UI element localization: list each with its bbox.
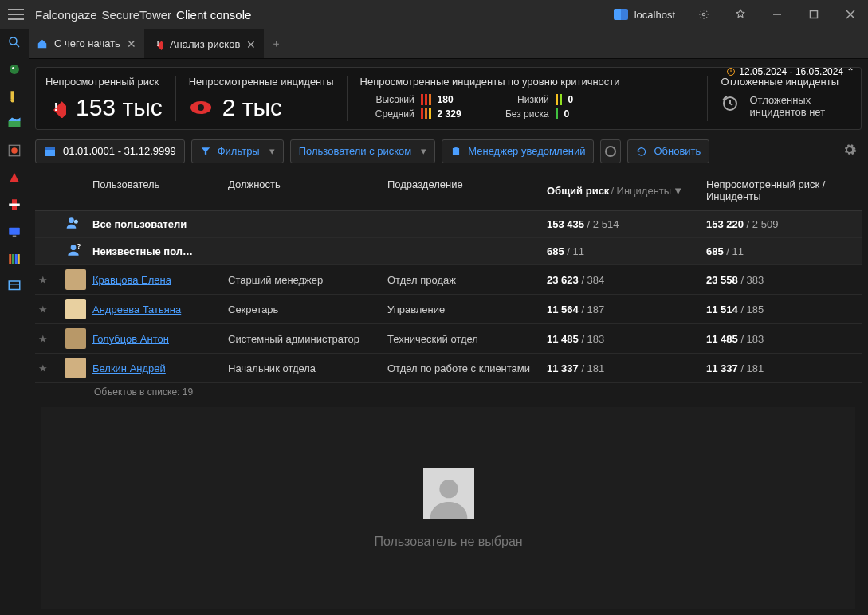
svg-rect-2 (811, 11, 818, 18)
star-icon[interactable]: ★ (38, 362, 65, 374)
settings-icon[interactable] (686, 0, 721, 29)
r2-urisk: 11 485 (706, 333, 738, 345)
detail-panel: Пользователь не выбран (41, 407, 855, 609)
svg-point-8 (12, 67, 14, 69)
svg-point-35 (69, 217, 74, 223)
alert-icon: ! (152, 39, 163, 50)
svg-point-39 (439, 480, 458, 498)
all-risk: 153 435 (547, 218, 584, 230)
tab-risk-analysis[interactable]: ! Анализ рисков ✕ (144, 29, 264, 58)
user-table: Пользователь Должность Подразделение Общ… (35, 174, 862, 615)
svg-point-30 (198, 104, 204, 111)
summary-date-range[interactable]: 12.05.2024 - 16.05.2024 ⌃ (726, 66, 854, 77)
filters-button[interactable]: Фильтры ▾ (191, 139, 284, 163)
maximize-button[interactable] (796, 0, 831, 29)
user-dept: Управление (387, 304, 547, 315)
user-link[interactable]: Белкин Андрей (92, 362, 166, 374)
server-name: localhost (634, 9, 675, 21)
svg-rect-9 (11, 91, 15, 100)
sidebar-item-9[interactable] (0, 249, 29, 269)
sidebar-item-7[interactable] (0, 194, 29, 215)
unviewed-risk-label: Непросмотренный риск (45, 76, 163, 88)
sidebar-item-3[interactable] (0, 86, 29, 107)
sidebar-item-10[interactable] (0, 276, 29, 296)
sidebar-item-5[interactable] (0, 140, 29, 161)
sev-high-label: Высокий (360, 94, 414, 105)
refresh-button[interactable]: Обновить (627, 139, 709, 163)
radio-icon (605, 146, 616, 157)
user-filter-label: Пользователи с риском (299, 145, 412, 157)
user-link[interactable]: Андреева Татьяна (92, 304, 181, 315)
date-range-text: 01.01.0001 - 31.12.9999 (63, 145, 176, 157)
home-icon (37, 38, 48, 49)
star-icon[interactable]: ★ (38, 333, 65, 345)
row-unknown-users[interactable]: ? Неизвестные пол… 685 / 11 685 / 11 (35, 238, 862, 265)
table-row[interactable]: ★ Голубцов Антон Системный администратор… (35, 324, 862, 354)
table-header: Пользователь Должность Подразделение Общ… (35, 174, 862, 211)
table-row[interactable]: ★ Андреева Татьяна Секретарь Управление … (35, 295, 862, 324)
svg-rect-33 (45, 147, 55, 150)
sidebar-item-4[interactable] (0, 113, 29, 134)
col-risk[interactable]: Общий риск / Инциденты ▼ (547, 178, 706, 202)
user-link[interactable]: Голубцов Антон (92, 333, 169, 345)
new-tab-button[interactable]: ＋ (264, 29, 288, 58)
table-row[interactable]: ★ Белкин Андрей Начальник отдела Отдел п… (35, 354, 862, 383)
svg-rect-11 (9, 121, 21, 127)
server-indicator[interactable]: localhost (604, 9, 685, 21)
pin-icon[interactable] (723, 0, 758, 29)
refresh-icon (636, 146, 647, 157)
star-icon[interactable]: ★ (38, 304, 65, 315)
sev-high-bars (421, 94, 431, 105)
r0-inc: / 384 (579, 274, 605, 286)
user-position: Старший менеджер (228, 274, 387, 286)
row-all-users[interactable]: Все пользователи 153 435 / 2 514 153 220… (35, 211, 862, 238)
radio-toggle[interactable] (600, 139, 621, 163)
avatar (65, 269, 86, 290)
date-range-button[interactable]: 01.01.0001 - 31.12.9999 (35, 139, 185, 163)
col-position[interactable]: Должность (228, 178, 387, 202)
brand-2: SecureTower (102, 8, 172, 22)
user-filter-button[interactable]: Пользователи с риском ▾ (290, 139, 436, 163)
col-department[interactable]: Подразделение (387, 178, 547, 202)
col-user[interactable]: Пользователь (92, 178, 228, 202)
tab-risk-label: Анализ рисков (170, 38, 240, 50)
gear-icon (842, 143, 857, 157)
tab-start-label: С чего начать (54, 37, 120, 49)
r3-risk: 11 337 (547, 362, 579, 374)
r2-uinc: / 183 (738, 333, 764, 345)
table-settings-button[interactable] (838, 138, 862, 164)
notif-manager-label: Менеджер уведомлений (468, 145, 585, 157)
server-icon (614, 9, 628, 20)
summary-panel: 12.05.2024 - 16.05.2024 ⌃ Непросмотренны… (35, 67, 862, 130)
notif-manager-button[interactable]: Менеджер уведомлений (442, 139, 594, 163)
minimize-button[interactable] (760, 0, 795, 29)
table-row[interactable]: ★ Кравцова Елена Старший менеджер Отдел … (35, 265, 862, 295)
col-unviewed[interactable]: Непросмотренный риск / Инциденты (706, 178, 858, 202)
r0-risk: 23 623 (547, 274, 579, 286)
tab-risk-close[interactable]: ✕ (246, 38, 256, 51)
tab-start[interactable]: С чего начать ✕ (29, 29, 144, 58)
sidebar (0, 29, 29, 615)
avatar (65, 358, 86, 378)
unk-uinc: / 11 (724, 245, 744, 257)
sev-med-bars (421, 108, 431, 119)
user-link[interactable]: Кравцова Елена (92, 274, 171, 286)
unk-urisk: 685 (706, 245, 724, 257)
svg-line-6 (16, 44, 19, 47)
sidebar-item-6[interactable] (0, 167, 29, 188)
unk-risk: 685 (547, 245, 564, 257)
titlebar: Falcongaze SecureTower Client console lo… (0, 0, 868, 29)
svg-rect-17 (13, 236, 17, 237)
menu-button[interactable] (5, 3, 27, 25)
sidebar-item-1[interactable] (0, 32, 29, 53)
star-icon[interactable]: ★ (38, 274, 65, 286)
user-position: Начальник отдела (228, 362, 387, 374)
close-button[interactable] (833, 0, 868, 29)
svg-text:?: ? (77, 242, 81, 250)
sidebar-item-2[interactable] (0, 59, 29, 80)
calendar-icon (44, 145, 57, 158)
tab-start-close[interactable]: ✕ (127, 37, 136, 50)
unknown-name: Неизвестные пол… (92, 245, 228, 257)
r3-urisk: 11 337 (706, 362, 738, 374)
sidebar-item-8[interactable] (0, 221, 29, 242)
